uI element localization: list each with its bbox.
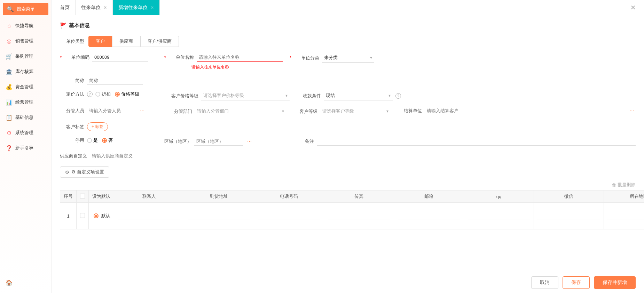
customer-price-level-select[interactable]: 请选择客户价格等级 ▾ <box>201 91 290 100</box>
tab-home[interactable]: 首页 <box>54 0 76 15</box>
short-name-input[interactable] <box>87 76 143 85</box>
unit-code-field: * 单位编码 <box>60 53 157 62</box>
search-icon: 🔍 <box>7 6 14 13</box>
footer: 取消 保存 保存并新增 <box>52 272 644 293</box>
col-email: 邮箱 <box>394 190 464 203</box>
row-qq[interactable] <box>464 203 534 229</box>
pricing-level-radio <box>115 92 120 97</box>
contact-table-header: 序号 设为默认 联系人 到货地址 电话号码 传真 邮箱 qq 微信 所在地区 操… <box>60 190 644 203</box>
settlement-unit-input[interactable] <box>425 107 626 115</box>
sidebar-item-finance[interactable]: 💰 资金管理 <box>0 79 51 95</box>
tab-new-partner[interactable]: 新增往来单位 ✕ <box>113 0 160 15</box>
payment-terms-label: 收款条件 <box>297 93 321 99</box>
row-fax-input[interactable] <box>328 212 390 220</box>
unit-category-chevron: ▾ <box>370 55 372 60</box>
home-icon: ⌂ <box>6 22 13 29</box>
sidebar-item-guide[interactable]: ❓ 新手引导 <box>0 140 51 156</box>
unit-name-input[interactable] <box>197 53 283 62</box>
customer-tag-row: 客户标签 + 标签 <box>60 122 636 131</box>
col-address: 到货地址 <box>184 190 254 203</box>
disabled-yes-option[interactable]: 是 <box>87 137 98 144</box>
save-button[interactable]: 保存 <box>563 276 590 289</box>
unit-code-input[interactable] <box>92 53 148 62</box>
row-region-input[interactable] <box>607 212 644 220</box>
settlement-unit-more-btn[interactable]: ··· <box>628 108 636 114</box>
department-label: 分管部门 <box>168 108 192 115</box>
row-contact[interactable] <box>114 203 184 229</box>
row-contact-input[interactable] <box>118 212 180 220</box>
unit-type-customer[interactable]: 客户 <box>88 36 112 47</box>
supplier-custom-input[interactable] <box>90 152 159 160</box>
row-region[interactable] <box>604 203 644 229</box>
batch-delete-btn[interactable]: 🗑 批量删除 <box>612 182 636 188</box>
unit-category-select[interactable]: 未分类 ▾ <box>322 53 374 63</box>
sidebar-item-basic-info[interactable]: 📋 基础信息 <box>0 110 51 125</box>
row-phone-input[interactable] <box>258 212 320 220</box>
tab-new-partner-close[interactable]: ✕ <box>150 5 154 10</box>
sidebar-item-operations[interactable]: 📊 经营管理 <box>0 95 51 110</box>
disabled-region-row: 停用 是 否 区域（地区） ··· <box>60 137 636 146</box>
col-seq: 序号 <box>60 190 77 203</box>
select-all-checkbox[interactable] <box>80 194 85 198</box>
supplier-custom-field: 供应商自定义 <box>60 152 636 160</box>
payment-terms-select[interactable]: 现结 ▾ <box>324 91 393 100</box>
section-basic-info: 🚩 基本信息 <box>60 22 636 29</box>
manager-field: 分管人员 ··· <box>60 107 161 115</box>
row-select-checkbox[interactable] <box>80 213 85 218</box>
settlement-unit-label: 结算单位 <box>398 108 422 114</box>
inventory-icon: 🏦 <box>6 68 13 75</box>
unit-type-supplier[interactable]: 供应商 <box>112 36 140 47</box>
row-email[interactable] <box>394 203 464 229</box>
sidebar-item-system[interactable]: ⚙ 系统管理 <box>0 125 51 140</box>
window-close-icon[interactable]: ✕ <box>625 4 641 11</box>
unit-name-field: * 单位名称 请输入往来单位名称 <box>164 53 283 70</box>
pricing-discount-option[interactable]: 折扣 <box>95 91 111 97</box>
tab-partners-close[interactable]: ✕ <box>103 5 107 10</box>
disabled-label: 停用 <box>60 137 84 144</box>
col-default: 设为默认 <box>89 190 114 203</box>
short-name-row: 简称 <box>60 76 636 85</box>
pricing-level-option[interactable]: 价格等级 <box>115 91 139 97</box>
customer-level-placeholder: 请选择客户等级 <box>322 108 386 114</box>
supplier-custom-label: 供应商自定义 <box>60 153 87 159</box>
guide-icon: ❓ <box>6 145 13 152</box>
customer-level-select[interactable]: 请选择客户等级 ▾ <box>320 107 391 116</box>
sidebar-item-inventory[interactable]: 🏦 库存核算 <box>0 64 51 79</box>
payment-terms-help-icon[interactable]: ? <box>395 93 401 99</box>
row-phone[interactable] <box>254 203 324 229</box>
row-wechat[interactable] <box>534 203 604 229</box>
row-address-input[interactable] <box>188 212 250 220</box>
row-qq-input[interactable] <box>468 212 530 220</box>
gear-icon: ⚙ <box>65 170 69 175</box>
region-more-btn[interactable]: ··· <box>246 138 253 145</box>
row-email-input[interactable] <box>398 212 460 220</box>
col-contact: 联系人 <box>114 190 184 203</box>
remark-input[interactable] <box>317 137 636 146</box>
tab-partners[interactable]: 往来单位 ✕ <box>76 0 113 15</box>
row-address[interactable] <box>184 203 254 229</box>
cancel-button[interactable]: 取消 <box>531 276 558 289</box>
manager-input[interactable] <box>87 107 136 115</box>
row-default-radio-item[interactable]: 默认 <box>92 213 110 219</box>
sidebar-item-sales[interactable]: ◎ 销售管理 <box>0 33 51 49</box>
save-new-button[interactable]: 保存并新增 <box>594 276 636 289</box>
customer-price-level-label: 客户价格等级 <box>171 93 198 99</box>
disabled-no-option[interactable]: 否 <box>102 137 113 144</box>
contact-table-body: 1 默认 <box>60 203 644 229</box>
sidebar-item-purchase[interactable]: 🛒 采购管理 <box>0 49 51 64</box>
pricing-help-icon[interactable]: ? <box>87 91 93 97</box>
main: 首页 往来单位 ✕ 新增往来单位 ✕ ✕ 🚩 基本信息 单位类型 客户 供应商 … <box>52 0 644 293</box>
sidebar-item-quick-nav[interactable]: ⌂ 快捷导航 <box>0 18 51 33</box>
custom-settings-button[interactable]: ⚙ ⚙ 自定义项设置 <box>60 166 109 178</box>
manager-more-btn[interactable]: ··· <box>139 108 146 114</box>
add-tag-button[interactable]: + 标签 <box>87 122 108 131</box>
sidebar-bottom-home[interactable]: 🏠 <box>0 275 51 290</box>
row-wechat-input[interactable] <box>537 212 600 220</box>
unit-type-both[interactable]: 客户/供应商 <box>140 36 179 47</box>
region-input[interactable] <box>194 137 243 146</box>
row-default: 默认 <box>89 203 114 229</box>
sidebar-item-search[interactable]: 🔍 搜索菜单 <box>3 3 48 15</box>
department-select[interactable]: 请输入分管部门 ▾ <box>195 107 286 116</box>
row-fax[interactable] <box>324 203 394 229</box>
pricing-radio-group: 折扣 价格等级 <box>95 91 139 97</box>
